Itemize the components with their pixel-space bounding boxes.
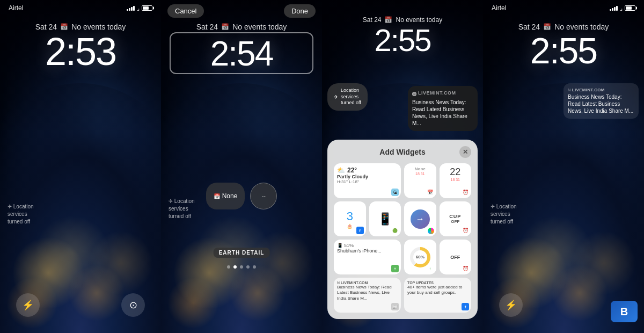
cup-label: CUP (449, 214, 461, 219)
battery-icon-4 (625, 5, 635, 11)
widget-close-button[interactable]: ✕ (459, 146, 471, 158)
arrow-circle: → (411, 209, 430, 229)
events-text-2: No events today (232, 23, 287, 31)
widget-dash-label: -- (262, 193, 266, 199)
date-row-4: Sat 24 📅 No events today (483, 23, 644, 31)
dots-row (227, 265, 256, 269)
cup-badge: ⏰ (462, 227, 469, 234)
clock-off-widget[interactable]: OFF ⏰ (440, 240, 472, 274)
watermark-logo: B (611, 301, 638, 322)
pct-ring-widget[interactable]: 60% ↑ (404, 240, 436, 274)
status-bar-1: Airtel ⌟ (0, 4, 161, 12)
news1-widget[interactable]: N LIVEMINT.COM Business News Today: Read… (334, 278, 401, 313)
events-text-4: No events today (554, 23, 609, 31)
lock-content-4: Sat 24 📅 No events today 2:55 (483, 0, 644, 333)
time-display-3: 2:55 (322, 25, 483, 56)
status-bar-4: Airtel ⌟ (483, 4, 644, 12)
widget-panel: Add Widgets ✕ ⛅ 22° Partly Cloudy H:31° … (327, 140, 478, 319)
pct-badge: ↑ (427, 265, 434, 272)
date-text-4: Sat 24 (518, 23, 540, 31)
fb-badge: f (356, 227, 364, 234)
dot-2[interactable] (233, 265, 237, 269)
date-text-2: Sat 24 (196, 23, 218, 31)
off-label: OFF (451, 219, 459, 224)
carrier-4: Airtel (492, 4, 506, 12)
phone-widget[interactable]: 📱 🟢 (369, 201, 401, 236)
news2-source: LIVEMINT.COM (341, 281, 368, 285)
phone-panel-2: Cancel Done Sat 24 📅 No events today 2:5… (161, 0, 322, 333)
battery-icon-1 (142, 5, 152, 11)
carrier-1: Airtel (9, 4, 23, 12)
weather-hl: H:31° L:18° (337, 179, 359, 185)
flashlight-button-4[interactable]: ⚡ (499, 293, 523, 317)
date-text-1: Sat 24 (35, 23, 57, 31)
battery-widget[interactable]: 📱 51% Shubham's iPhone... + (334, 240, 401, 274)
edit-topbar: Cancel Done (161, 4, 322, 18)
news-source-4: LIVEMINT.COM (572, 88, 605, 92)
location-widget-3: ✈ Locationservicesturned off (327, 83, 368, 111)
birthday-widget[interactable]: 3 🎂 f (334, 201, 366, 236)
dot-1[interactable] (227, 265, 230, 269)
calendar-none-widget[interactable]: None 18 31 📅 (404, 163, 436, 198)
date-row-2: Sat 24 📅 No events today (161, 23, 322, 31)
plane-icon-3: ✈ (334, 94, 338, 100)
battery-badge: + (391, 265, 399, 272)
wifi-icon-1: ⌟ (137, 5, 140, 12)
done-button[interactable]: Done (284, 4, 316, 18)
notif-remove-dot[interactable]: − (412, 92, 416, 96)
arrow-badge (428, 228, 434, 234)
phone-panel-1: Airtel ⌟ Sat 24 📅 No events today 2:53 ✈… (0, 0, 161, 333)
news-text-4: Business News Today: Read Latest Busines… (568, 93, 634, 114)
flashlight-button-1[interactable]: ⚡ (16, 293, 40, 317)
weather-widget[interactable]: ⛅ 22° Partly Cloudy H:31° L:18° 🌤 (334, 163, 401, 198)
calendar-icon-3: 📅 (384, 16, 392, 24)
dot-3[interactable] (240, 265, 243, 269)
phone-badge: 🟢 (391, 227, 399, 234)
time-edit-box[interactable]: 2:54 (170, 32, 313, 74)
clock-widget[interactable]: 22 18 31 ⏰ (440, 163, 472, 198)
calendar-icon-2: 📅 (221, 23, 229, 31)
cal-app-badge: 📅 (427, 189, 434, 196)
time-display-4: 2:55 (483, 32, 644, 69)
events-text-3: No events today (396, 16, 442, 24)
news-widget-4: N LIVEMINT.COM Business News Today: Read… (564, 83, 639, 119)
off-clock-label: OFF (450, 255, 460, 260)
notif-source-3: LIVEMINT.COM (418, 90, 456, 96)
top-updates-widget[interactable]: TOP UPDATES 40+ items were just added to… (404, 278, 471, 313)
birthday-num: 3 (347, 209, 353, 223)
pct-value: 60% (413, 250, 427, 264)
phone-panel-3: Sat 24 📅 No events today 2:55 ✈ Location… (322, 0, 483, 333)
bottom-controls-1: ⚡ ⊙ (0, 293, 161, 317)
date-row-1: Sat 24 📅 No events today (0, 23, 161, 31)
widget-row-2: 📅 None -- (161, 183, 322, 209)
time-display-1: 2:53 (0, 32, 161, 71)
arrow-widget[interactable]: → (404, 201, 436, 236)
camera-button-1[interactable]: ⊙ (121, 293, 145, 317)
battery-fill-1 (143, 6, 149, 10)
dot-4[interactable] (246, 265, 250, 269)
dot-5[interactable] (253, 265, 256, 269)
events-text-1: No events today (71, 23, 126, 31)
cup-widget[interactable]: CUP OFF ⏰ (440, 201, 472, 236)
cancel-button[interactable]: Cancel (167, 4, 204, 18)
phone-panel-4: Airtel ⌟ Sat 24 📅 No events today 2:55 ✈… (483, 0, 644, 333)
earth-label: EARTH DETAIL (214, 248, 270, 258)
widget-panel-header: Add Widgets ✕ (334, 146, 471, 158)
off-clock-badge: ⏰ (462, 265, 469, 272)
date-row-3: Sat 24 📅 No events today (322, 16, 483, 24)
news2-text: Business News Today: Read Latest Busines… (337, 285, 398, 301)
location-line3-2: turned off (169, 213, 195, 220)
pct-ring: 60% (410, 247, 430, 267)
location-label-3: Locationservicesturned off (341, 88, 361, 106)
widget-grid: ⛅ 22° Partly Cloudy H:31° L:18° 🌤 None 1… (334, 163, 471, 313)
signal-bars-1 (127, 5, 135, 11)
clock-num: 22 (450, 166, 460, 178)
signal-bars-4 (610, 5, 618, 11)
calendar-icon-4: 📅 (543, 23, 551, 31)
widget-none-label: None (222, 192, 238, 200)
top-source: TOP UPDATES (407, 281, 434, 285)
widget-none[interactable]: 📅 None (206, 183, 245, 209)
widget-dashes[interactable]: -- (250, 183, 277, 209)
lock-content-1: Sat 24 📅 No events today 2:53 (0, 0, 161, 333)
widget-panel-title: Add Widgets (346, 148, 459, 156)
